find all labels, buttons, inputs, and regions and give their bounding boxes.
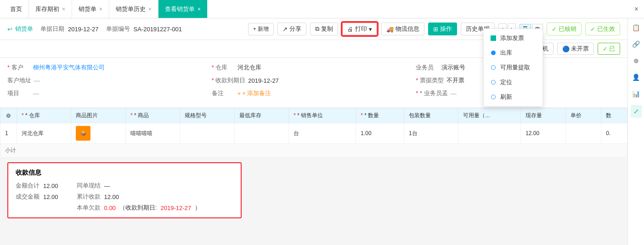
payment-col-left: 金额合计 12.00 成交金额 12.00 bbox=[16, 182, 58, 212]
row-product: 嘻嘻嘻嘻 bbox=[125, 123, 180, 144]
subtotal-row: 小计 bbox=[0, 144, 627, 158]
dropdown-refresh[interactable]: 刷新 bbox=[484, 90, 542, 104]
owed-note: （收款到期日: bbox=[119, 204, 157, 212]
sidebar-chart-icon[interactable]: 📊 bbox=[630, 88, 642, 99]
payment-col-right: 同单现结 — 累计收款 12.00 本单欠款 0.00 （收款到期日: 2019… bbox=[77, 182, 201, 212]
payment-rows: 金额合计 12.00 成交金额 12.00 同单现结 — 累计收款 bbox=[16, 182, 233, 212]
dropdown-available-qty[interactable]: 可用量提取 bbox=[484, 60, 542, 75]
check-icon: ✓ bbox=[552, 26, 557, 33]
row-min-stock bbox=[234, 123, 288, 144]
new-button[interactable]: + 新增 bbox=[248, 23, 274, 35]
print-icon: 🖨 bbox=[347, 26, 353, 33]
col-min-stock: 最低库存 bbox=[234, 108, 288, 123]
add-note-button[interactable]: + + 添加备注 bbox=[237, 89, 271, 97]
col-other: 数 bbox=[601, 108, 627, 123]
col-available: 可用量（... bbox=[458, 108, 521, 123]
address-value: — bbox=[34, 77, 40, 84]
col-unit: * 销售单位 bbox=[289, 108, 356, 123]
row-other: 0. bbox=[601, 123, 627, 144]
refresh-icon bbox=[490, 94, 497, 100]
sidebar-add-icon[interactable]: ⊕ bbox=[632, 55, 641, 66]
customer-field: 客户 柳州粤港平安气体有限公司 bbox=[7, 63, 212, 72]
tab-sales-history[interactable]: 销货单历史 × bbox=[109, 0, 158, 18]
tab-home[interactable]: 首页 bbox=[4, 0, 29, 18]
staff2-label: * 业务员孟 bbox=[416, 89, 447, 97]
ticket-label: 票据类型 bbox=[416, 76, 444, 85]
share-button[interactable]: ↗ 分享 bbox=[277, 23, 306, 35]
sidebar-user-icon[interactable]: 👤 bbox=[630, 72, 642, 83]
check-button[interactable]: ✓ 已 bbox=[598, 43, 620, 55]
col-price: 单价 bbox=[566, 108, 601, 123]
close-view-sales-tab[interactable]: × bbox=[198, 6, 201, 12]
col-warehouse: * 仓库 bbox=[17, 108, 71, 123]
payment-title: 收款信息 bbox=[16, 169, 233, 177]
note-field: 备注 + + 添加备注 bbox=[212, 89, 416, 97]
amount-row: 金额合计 12.00 bbox=[16, 182, 58, 190]
staff-value: 演示账号 bbox=[441, 63, 465, 72]
due-date-value: 2019-12-27 bbox=[248, 77, 279, 84]
sold-out-button[interactable]: ✓ 已核销 bbox=[547, 23, 582, 35]
col-settings: ⚙ bbox=[0, 108, 17, 123]
close-history-tab[interactable]: × bbox=[148, 6, 152, 12]
same-order-row: 同单现结 — bbox=[77, 182, 201, 190]
copy-button[interactable]: ⧉ 复制 bbox=[310, 23, 338, 35]
owed-note2: ） bbox=[195, 204, 201, 212]
same-order-value: — bbox=[104, 182, 110, 189]
sidebar-expand-icon[interactable]: ⤢ bbox=[631, 105, 642, 118]
warehouse-field: 仓库 河北仓库 bbox=[212, 63, 416, 72]
tab-view-sales[interactable]: 查看销货单 × bbox=[158, 0, 208, 18]
date-value: 2019-12-27 bbox=[68, 26, 99, 33]
content-area: ↩ 销货单 单据日期 2019-12-27 单据编号 SA-20191227-0… bbox=[0, 18, 644, 245]
col-qty: * 数量 bbox=[356, 108, 404, 123]
due-date-field: 收款到期日 2019-12-27 bbox=[212, 76, 416, 85]
col-pack-qty: 包装数量 bbox=[404, 108, 458, 123]
available-qty-icon bbox=[490, 64, 497, 71]
unopened-button[interactable]: 🔵 未开票 bbox=[557, 43, 594, 55]
dropdown-outbound[interactable]: 出库 bbox=[484, 46, 542, 60]
table-row: 1 河北仓库 📦 嘻嘻嘻嘻 台 1.00 1台 12.00 bbox=[0, 123, 627, 144]
row-num: 1 bbox=[0, 123, 17, 144]
locate-icon bbox=[490, 79, 497, 85]
row-price bbox=[566, 123, 601, 144]
same-order-label: 同单现结 bbox=[77, 182, 101, 190]
col-spec: 规格型号 bbox=[180, 108, 234, 123]
copy-icon: ⧉ bbox=[315, 25, 319, 33]
row-current: 12.00 bbox=[521, 123, 566, 144]
outbound-icon bbox=[490, 50, 497, 56]
address-label: 客户地址 bbox=[7, 76, 31, 85]
warehouse-label: 仓库 bbox=[212, 63, 235, 72]
print-button[interactable]: 🖨 打印 ▾ bbox=[342, 22, 378, 36]
table-wrapper: ⚙ * 仓库 商品图片 * 商品 规格型号 最低库存 * 销售单位 * 数量 包… bbox=[0, 108, 627, 158]
note-label: 备注 bbox=[212, 89, 235, 97]
dropdown-locate[interactable]: 定位 bbox=[484, 75, 542, 90]
tab-bar: 首页 库存期初 × 销货单 × 销货单历史 × 查看销货单 × × bbox=[0, 0, 644, 18]
col-img: 商品图片 bbox=[71, 108, 125, 123]
tab-sales-order[interactable]: 销货单 × bbox=[72, 0, 109, 18]
tab-inventory-init[interactable]: 库存期初 × bbox=[29, 0, 72, 18]
dropdown-add-invoice[interactable]: 添加发票 bbox=[484, 31, 542, 46]
staff-label: 业务员 bbox=[416, 63, 439, 72]
products-table: ⚙ * 仓库 商品图片 * 商品 规格型号 最低库存 * 销售单位 * 数量 包… bbox=[0, 108, 627, 158]
sidebar-doc-icon[interactable]: 📋 bbox=[630, 22, 642, 33]
operate-dropdown: 添加发票 出库 可用量提取 定位 刷新 bbox=[483, 28, 543, 107]
total-received-label: 累计收款 bbox=[77, 193, 101, 201]
deal-amount-row: 成交金额 12.00 bbox=[16, 193, 58, 201]
doc-title: 销货单 bbox=[15, 25, 33, 33]
owed-row: 本单欠款 0.00 （收款到期日: 2019-12-27 ） bbox=[77, 204, 201, 212]
operate-button[interactable]: ⊞ 操作 bbox=[428, 23, 457, 35]
share-icon: ↗ bbox=[282, 26, 288, 33]
print-dropdown-arrow[interactable]: ▾ bbox=[369, 26, 372, 33]
doc-meta-date: 单据日期 2019-12-27 bbox=[40, 25, 99, 33]
deal-amount-value: 12.00 bbox=[43, 194, 58, 200]
effective-button[interactable]: ✓ 已生效 bbox=[585, 23, 620, 35]
row-pack-qty: 1台 bbox=[404, 123, 458, 144]
close-inventory-tab[interactable]: × bbox=[62, 6, 65, 12]
sidebar-link-icon[interactable]: 🔗 bbox=[630, 39, 642, 50]
logistics-button[interactable]: 🚚 物流信息 bbox=[381, 23, 424, 35]
date-label: 单据日期 bbox=[40, 25, 64, 33]
close-sales-tab[interactable]: × bbox=[99, 6, 102, 12]
add-invoice-icon bbox=[490, 35, 497, 41]
check2-icon: ✓ bbox=[603, 46, 608, 52]
customer-value: 柳州粤港平安气体有限公司 bbox=[33, 63, 105, 72]
window-close-button[interactable]: × bbox=[634, 5, 638, 13]
